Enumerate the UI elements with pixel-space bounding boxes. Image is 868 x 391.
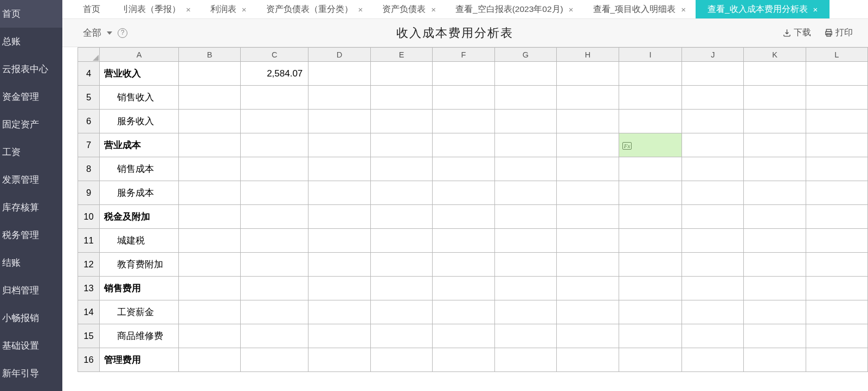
cell[interactable]: [178, 348, 240, 372]
cell[interactable]: [241, 110, 308, 133]
cell[interactable]: [433, 300, 494, 324]
cell[interactable]: [308, 110, 371, 133]
cell[interactable]: 销售收入: [100, 86, 179, 110]
column-header[interactable]: K: [744, 48, 806, 62]
cell[interactable]: [433, 157, 494, 181]
select-all-corner[interactable]: [78, 48, 100, 62]
cell[interactable]: [806, 300, 867, 324]
sidebar-item[interactable]: 结账: [0, 249, 62, 277]
cell[interactable]: [806, 205, 867, 229]
cell[interactable]: [178, 133, 240, 157]
cell[interactable]: [370, 324, 432, 348]
cell[interactable]: [494, 181, 557, 205]
sidebar-item[interactable]: 税务管理: [0, 221, 62, 249]
cell[interactable]: [433, 229, 494, 253]
cell[interactable]: [682, 110, 744, 133]
cell[interactable]: [557, 181, 619, 205]
cell[interactable]: [241, 300, 308, 324]
cell[interactable]: [433, 348, 494, 372]
column-header[interactable]: L: [806, 48, 867, 62]
cell[interactable]: [744, 277, 806, 300]
cell[interactable]: 税金及附加: [100, 205, 179, 229]
cell[interactable]: [682, 205, 744, 229]
cell[interactable]: [494, 157, 557, 181]
cell[interactable]: [557, 110, 619, 133]
cell[interactable]: [241, 181, 308, 205]
row-header[interactable]: 15: [78, 324, 100, 348]
cell[interactable]: [619, 181, 682, 205]
cell[interactable]: [744, 181, 806, 205]
cell[interactable]: [308, 300, 371, 324]
tab[interactable]: 刂润表（季报）×: [110, 0, 201, 18]
sidebar-item[interactable]: 基础设置: [0, 332, 62, 360]
close-icon[interactable]: ×: [569, 5, 574, 14]
cell[interactable]: [308, 229, 371, 253]
cell[interactable]: [178, 110, 240, 133]
cell[interactable]: [370, 277, 432, 300]
sidebar-item[interactable]: 总账: [0, 28, 62, 55]
cell[interactable]: [682, 324, 744, 348]
sidebar-item[interactable]: 归档管理: [0, 277, 62, 304]
cell[interactable]: [308, 181, 371, 205]
row-header[interactable]: 6: [78, 110, 100, 133]
cell[interactable]: [241, 253, 308, 277]
cell[interactable]: [241, 229, 308, 253]
cell[interactable]: [433, 181, 494, 205]
row-header[interactable]: 11: [78, 229, 100, 253]
close-icon[interactable]: ×: [358, 5, 363, 14]
tab[interactable]: 查看_空白报表(2023年02月)×: [446, 0, 583, 18]
cell[interactable]: [494, 62, 557, 86]
cell[interactable]: [178, 157, 240, 181]
spreadsheet[interactable]: ABCDEFGHIJKL4营业收入2,584.075销售收入6服务收入7营业成本…: [62, 47, 868, 391]
cell[interactable]: [370, 181, 432, 205]
cell[interactable]: 城建税: [100, 229, 179, 253]
cell[interactable]: [744, 110, 806, 133]
tab[interactable]: 资产负债表（重分类）×: [256, 0, 373, 18]
cell[interactable]: [619, 62, 682, 86]
cell[interactable]: 教育费附加: [100, 253, 179, 277]
cell[interactable]: [370, 133, 432, 157]
filter-dropdown[interactable]: 全部: [83, 27, 112, 39]
download-button[interactable]: 下载: [782, 27, 811, 39]
column-header[interactable]: H: [557, 48, 619, 62]
cell[interactable]: [178, 324, 240, 348]
cell[interactable]: [433, 277, 494, 300]
cell[interactable]: [433, 110, 494, 133]
cell[interactable]: 销售费用: [100, 277, 179, 300]
cell[interactable]: [308, 157, 371, 181]
sidebar-item[interactable]: 固定资产: [0, 111, 62, 138]
cell[interactable]: [619, 300, 682, 324]
cell[interactable]: [308, 277, 371, 300]
cell[interactable]: [619, 205, 682, 229]
row-header[interactable]: 13: [78, 277, 100, 300]
cell[interactable]: [370, 253, 432, 277]
cell[interactable]: [308, 205, 371, 229]
cell[interactable]: 商品维修费: [100, 324, 179, 348]
cell[interactable]: [241, 324, 308, 348]
cell[interactable]: [682, 133, 744, 157]
cell[interactable]: [682, 300, 744, 324]
cell[interactable]: [494, 86, 557, 110]
cell[interactable]: [806, 86, 867, 110]
cell[interactable]: [308, 133, 371, 157]
cell[interactable]: [494, 229, 557, 253]
cell[interactable]: [806, 324, 867, 348]
cell[interactable]: [682, 62, 744, 86]
cell[interactable]: [370, 110, 432, 133]
tab[interactable]: 首页: [73, 0, 110, 18]
cell[interactable]: [682, 253, 744, 277]
cell[interactable]: [806, 181, 867, 205]
cell[interactable]: [178, 205, 240, 229]
tab[interactable]: 资产负债表×: [372, 0, 446, 18]
cell[interactable]: [308, 86, 371, 110]
cell[interactable]: [557, 300, 619, 324]
close-icon[interactable]: ×: [242, 5, 247, 14]
cell[interactable]: [178, 181, 240, 205]
cell[interactable]: [557, 229, 619, 253]
cell[interactable]: [557, 62, 619, 86]
cell[interactable]: [241, 133, 308, 157]
cell[interactable]: [433, 62, 494, 86]
cell[interactable]: [619, 277, 682, 300]
close-icon[interactable]: ×: [431, 5, 436, 14]
cell[interactable]: 服务收入: [100, 110, 179, 133]
